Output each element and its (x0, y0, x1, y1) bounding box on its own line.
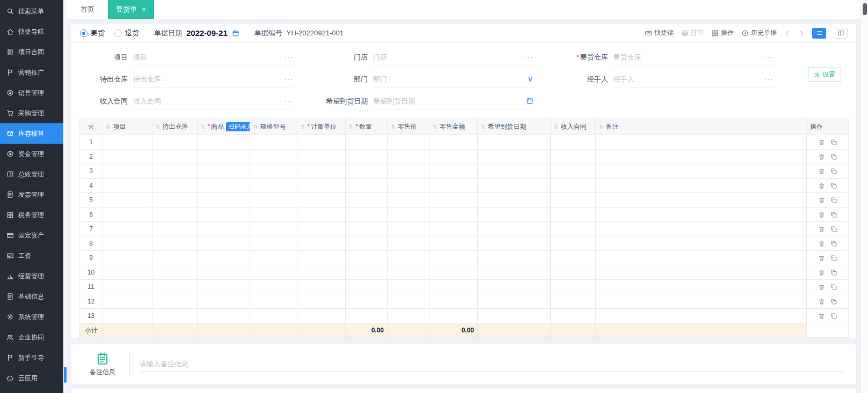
cell[interactable] (250, 280, 297, 294)
cell[interactable] (198, 222, 250, 236)
cell[interactable] (297, 265, 346, 280)
copy-row-icon[interactable] (830, 139, 837, 146)
cell[interactable] (103, 207, 152, 222)
requisition-warehouse-input[interactable] (614, 53, 763, 61)
cell[interactable] (250, 193, 297, 207)
cell[interactable] (152, 251, 198, 265)
cell[interactable] (478, 135, 551, 150)
cell[interactable] (152, 280, 198, 294)
sidebar-item-business-management[interactable]: 经营管理 (0, 266, 63, 286)
cell[interactable] (250, 179, 297, 193)
cell[interactable] (346, 135, 388, 150)
cell[interactable] (596, 207, 807, 222)
cell[interactable] (388, 294, 429, 309)
cell[interactable] (297, 164, 346, 179)
cell[interactable] (388, 179, 429, 193)
cell[interactable] (250, 207, 297, 222)
sidebar-item-sales-management[interactable]: 销售管理 (0, 83, 63, 103)
cell[interactable] (596, 236, 807, 251)
sidebar-item-fixed-assets[interactable]: 固定资产 (0, 225, 63, 246)
cell[interactable] (596, 309, 807, 323)
store-input[interactable] (373, 53, 523, 61)
cell[interactable] (388, 265, 429, 280)
department-input[interactable] (373, 75, 526, 83)
sidebar-item-tax-management[interactable]: 税务管理 (0, 205, 63, 225)
copy-row-icon[interactable] (830, 211, 837, 218)
chevron-right-icon[interactable] (798, 30, 805, 36)
cell[interactable] (198, 294, 250, 309)
cell[interactable] (429, 135, 478, 150)
sidebar-item-invoice-management[interactable]: 发票管理 (0, 184, 63, 205)
cell[interactable] (551, 265, 596, 280)
delete-row-icon[interactable] (818, 139, 825, 146)
more-icon[interactable]: ··· (763, 53, 775, 61)
cell[interactable] (152, 135, 198, 150)
cell[interactable] (551, 193, 596, 207)
cell[interactable] (596, 265, 807, 280)
cell[interactable] (198, 135, 250, 150)
cell[interactable] (429, 207, 478, 222)
chevron-left-icon[interactable] (784, 30, 791, 36)
col-header-unit[interactable]: ⇅*计量单位 (297, 119, 346, 135)
cell[interactable] (596, 280, 807, 294)
col-header-income-contract[interactable]: ⇅收入合同 (551, 119, 596, 135)
cell[interactable] (551, 150, 596, 164)
cell[interactable] (551, 222, 596, 236)
cell[interactable] (346, 193, 388, 207)
col-header-expected-date[interactable]: ⇅希望到货日期 (478, 119, 551, 135)
cell[interactable] (152, 179, 198, 193)
cell[interactable] (429, 150, 478, 164)
delete-row-icon[interactable] (818, 269, 825, 276)
delete-row-icon[interactable] (818, 284, 825, 291)
sidebar-item-inventory-accounting[interactable]: 库存核算 (0, 123, 63, 144)
remarks-input[interactable] (140, 357, 843, 372)
cell[interactable] (198, 309, 250, 323)
cell[interactable] (388, 150, 429, 164)
cell[interactable] (103, 236, 152, 251)
cell[interactable] (250, 236, 297, 251)
cell[interactable] (152, 193, 198, 207)
cell[interactable] (346, 150, 388, 164)
cell[interactable] (478, 150, 551, 164)
cell[interactable] (388, 280, 429, 294)
cell[interactable] (429, 280, 478, 294)
cell[interactable] (103, 280, 152, 294)
cell[interactable] (478, 265, 551, 280)
cell[interactable] (551, 251, 596, 265)
cell[interactable] (551, 309, 596, 323)
col-header-product[interactable]: ⇅*商品扫码录入 (198, 119, 250, 135)
cell[interactable] (103, 193, 152, 207)
copy-row-icon[interactable] (830, 240, 837, 247)
col-header-quantity[interactable]: ⇅*数量 (346, 119, 388, 135)
cell[interactable] (346, 294, 388, 309)
expected-date-input[interactable] (373, 97, 524, 105)
cell[interactable] (152, 164, 198, 179)
source-warehouse-input[interactable] (133, 75, 283, 83)
sidebar-item-payroll[interactable]: 工资 (0, 246, 63, 266)
cell[interactable] (478, 294, 551, 309)
cell[interactable] (346, 164, 388, 179)
cell[interactable] (297, 222, 346, 236)
col-header-remark[interactable]: ⇅备注 (596, 119, 807, 135)
cell[interactable] (198, 150, 250, 164)
cell[interactable] (596, 193, 807, 207)
col-header-project[interactable]: ⇅项目 (103, 119, 152, 135)
cell[interactable] (478, 193, 551, 207)
cell[interactable] (429, 164, 478, 179)
document-number-value[interactable]: YH-20220921-001 (287, 29, 344, 37)
cell[interactable] (297, 236, 346, 251)
cell[interactable] (388, 236, 429, 251)
cell[interactable] (429, 265, 478, 280)
cell[interactable] (346, 236, 388, 251)
cell[interactable] (388, 193, 429, 207)
copy-row-icon[interactable] (830, 255, 837, 262)
cell[interactable] (103, 150, 152, 164)
cell[interactable] (429, 222, 478, 236)
cell[interactable] (429, 236, 478, 251)
cell[interactable] (596, 135, 807, 150)
sidebar-item-marketing[interactable]: 营销推广 (0, 62, 63, 83)
cell[interactable] (346, 309, 388, 323)
cell[interactable] (596, 179, 807, 193)
cell[interactable] (478, 251, 551, 265)
actions-button[interactable]: 操作 (711, 28, 734, 38)
